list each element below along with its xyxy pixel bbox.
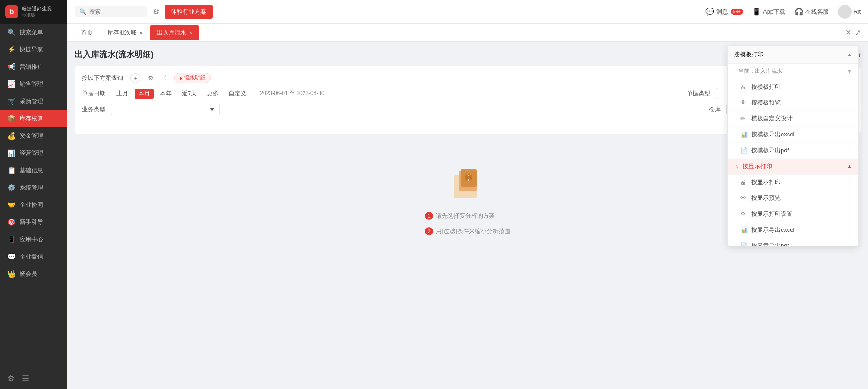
dropdown-header[interactable]: 按模板打印 ▲ — [728, 46, 858, 64]
tab-inventory-batch[interactable]: 库存批次账 × — [101, 25, 149, 40]
topbar-settings-icon[interactable]: ⚙ — [153, 7, 159, 16]
search-icon: 🔍 — [7, 28, 16, 36]
item-label: 按显示导出pdf — [751, 242, 789, 246]
date-option-this-year[interactable]: 本年 — [156, 89, 175, 99]
print-display-icon: 🖨 — [734, 163, 740, 170]
item-label: 按显示导出excel — [751, 226, 794, 234]
item-label: 按模板导出excel — [751, 130, 794, 139]
dropdown-item-template-excel[interactable]: 📊 按模板导出excel — [728, 127, 858, 143]
sidebar-item-member[interactable]: 👑 畅会员 — [0, 265, 67, 283]
sidebar-item-label: 库存核算 — [20, 115, 43, 123]
page-title: 出入库流水(流水明细) — [75, 49, 154, 60]
preview-icon: 👁 — [740, 194, 748, 202]
user-avatar-item[interactable]: Rit — [838, 5, 861, 19]
expand-window-icon[interactable]: ⤢ — [855, 28, 861, 37]
collab-icon: 🤝 — [7, 201, 16, 209]
active-filter-tag[interactable]: ● 流水明细 — [174, 73, 211, 83]
settings-icon: ⚙ — [740, 210, 748, 218]
sidebar-item-inventory[interactable]: 📦 库存核算 — [0, 110, 67, 127]
date-option-custom[interactable]: 自定义 — [225, 89, 250, 99]
print-icon: 🖨 — [740, 179, 748, 186]
industry-solution-button[interactable]: 体验行业方案 — [165, 5, 213, 19]
empty-state-illustration — [449, 166, 486, 203]
sidebar-item-sales[interactable]: 📈 销售管理 — [0, 75, 67, 93]
sidebar-item-label: 快捷导航 — [20, 45, 43, 54]
add-filter-button[interactable]: + — [130, 73, 140, 83]
sidebar-settings-icon[interactable]: ⚙ — [7, 374, 15, 384]
date-label: 单据日期 — [82, 90, 105, 98]
sidebar-expand-icon[interactable]: ☰ — [22, 374, 29, 384]
business-type-select[interactable]: ▼ — [111, 104, 220, 115]
dropdown-item-display-settings[interactable]: ⚙ 按显示打印设置 — [728, 206, 858, 222]
sidebar-item-label: 系统管理 — [20, 184, 43, 192]
tab-inventory-flow-label: 出入库流水 — [157, 29, 186, 37]
design-icon: ✏ — [740, 115, 748, 122]
sidebar-item-label: 资金管理 — [20, 132, 43, 140]
app-download-item[interactable]: 📱 App下载 — [752, 7, 785, 16]
tab-inventory-batch-close[interactable]: × — [140, 30, 142, 35]
dropdown-item-display-print[interactable]: 🖨 按显示打印 — [728, 175, 858, 190]
dropdown-item-display-pdf[interactable]: 📄 按显示导出pdf — [728, 238, 858, 246]
finance-icon: 💰 — [7, 132, 16, 140]
tip-2-text: 用[过滤]条件来缩小分析范围 — [436, 225, 510, 237]
topbar-search-box[interactable]: 🔍 — [75, 6, 147, 17]
tab-inventory-flow[interactable]: 出入库流水 × — [150, 25, 198, 40]
sidebar-item-label: 企业微信 — [20, 253, 43, 261]
message-icon: 💬 — [705, 7, 714, 16]
sidebar-item-search[interactable]: 🔍 搜索菜单 — [0, 24, 67, 41]
topbar-right: 💬 消息 99+ 📱 App下载 🎧 在线客服 Rit — [705, 5, 861, 19]
sidebar-item-marketing[interactable]: 📢 营销推广 — [0, 58, 67, 75]
message-item[interactable]: 💬 消息 99+ — [705, 7, 743, 16]
sidebar-item-quick-nav[interactable]: ⚡ 快捷导航 — [0, 41, 67, 58]
sidebar-item-basic-info[interactable]: 📋 基础信息 — [0, 162, 67, 179]
sidebar-item-wechat[interactable]: 💬 企业微信 — [0, 248, 67, 265]
online-service-item[interactable]: 🎧 在线客服 — [794, 7, 829, 16]
dropdown-item-display-preview[interactable]: 👁 按显示预览 — [728, 190, 858, 206]
tabs-bar: 首页 库存批次账 × 出入库流水 × ✕ ⤢ — [67, 24, 868, 42]
sidebar-item-operations[interactable]: 📊 经营管理 — [0, 145, 67, 162]
sidebar-nav: 🔍 搜索菜单 ⚡ 快捷导航 📢 营销推广 📈 销售管理 🛒 采购管理 📦 库存核… — [0, 24, 67, 368]
date-option-this-month[interactable]: 本月 — [135, 89, 154, 99]
business-type-label: 业务类型 — [82, 105, 105, 114]
filter-collapse-icon[interactable]: 《 — [161, 74, 167, 82]
close-window-icon[interactable]: ✕ — [845, 28, 851, 37]
chevron-down-icon: ▼ — [209, 106, 215, 113]
dropdown-section-display[interactable]: 🖨 按显示打印 ▲ — [728, 159, 858, 175]
date-option-more[interactable]: 更多 — [203, 89, 222, 99]
dropdown-item-template-print[interactable]: 🖨 按模板打印 — [728, 79, 858, 95]
dropdown-item-template-design[interactable]: ✏ 模板自定义设计 — [728, 111, 858, 127]
preview-icon: 👁 — [740, 99, 748, 106]
headset-icon: 🎧 — [794, 7, 803, 16]
date-option-last-month[interactable]: 上月 — [113, 89, 132, 99]
dropdown-item-template-preview[interactable]: 👁 按模板预览 — [728, 95, 858, 111]
section-title: 🖨 按显示打印 — [734, 162, 772, 170]
sidebar-item-finance[interactable]: 💰 资金管理 — [0, 127, 67, 145]
tab-home[interactable]: 首页 — [75, 25, 99, 40]
app-download-icon: 📱 — [752, 7, 761, 16]
search-input[interactable] — [89, 8, 143, 15]
empty-tips: 1 请先选择要分析的方案 2 用[过滤]条件来缩小分析范围 — [425, 210, 510, 237]
sidebar-item-label: 畅会员 — [20, 270, 37, 278]
item-label: 按显示预览 — [751, 194, 781, 202]
dropdown-item-display-excel[interactable]: 📊 按显示导出excel — [728, 222, 858, 238]
sidebar-item-system[interactable]: ⚙️ 系统管理 — [0, 179, 67, 196]
date-option-7days[interactable]: 近7天 — [178, 89, 200, 99]
section-display-label: 按显示打印 — [743, 162, 772, 170]
search-icon: 🔍 — [79, 8, 86, 15]
sidebar-item-collab[interactable]: 🤝 企业协同 — [0, 196, 67, 214]
sidebar-item-guide[interactable]: 🎯 新手引导 — [0, 214, 67, 231]
tab-inventory-flow-close[interactable]: × — [189, 30, 192, 35]
dropdown-scroll: 按模板打印 ▲ 当前：出入库流水 ▼ 🖨 按模板打印 👁 按模板预览 ✏ 模板自… — [728, 46, 858, 246]
app-download-label: App下载 — [763, 8, 785, 16]
topbar: 🔍 ⚙ 体验行业方案 💬 消息 99+ 📱 App下载 🎧 在线客服 Rit — [67, 0, 868, 24]
sidebar-item-purchase[interactable]: 🛒 采购管理 — [0, 93, 67, 110]
operations-icon: 📊 — [7, 149, 16, 157]
filter-settings-icon[interactable]: ⚙ — [148, 75, 154, 82]
wechat-icon: 💬 — [7, 253, 16, 261]
tabs-window-controls: ✕ ⤢ — [845, 28, 861, 37]
pdf-icon: 📄 — [740, 242, 748, 246]
dropdown-item-template-pdf[interactable]: 📄 按模板导出pdf — [728, 143, 858, 159]
tip-1-number: 1 — [425, 212, 433, 220]
sidebar-item-app-center[interactable]: 📱 应用中心 — [0, 231, 67, 248]
item-label: 按模板导出pdf — [751, 146, 789, 155]
